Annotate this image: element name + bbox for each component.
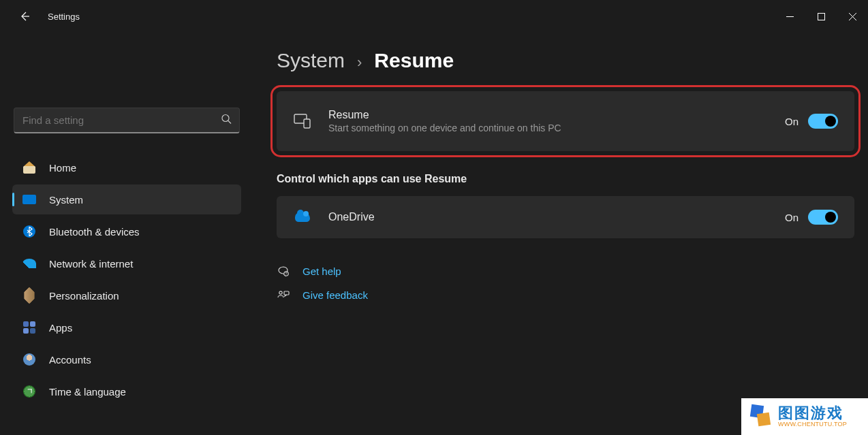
arrow-left-icon	[19, 11, 30, 22]
onedrive-toggle[interactable]	[808, 210, 838, 225]
search-wrap	[14, 108, 240, 133]
titlebar: Settings	[0, 0, 868, 33]
main-content: System › Resume Resume Start something o…	[277, 49, 854, 313]
brush-icon	[22, 288, 37, 303]
help-icon: ?	[277, 266, 290, 277]
home-icon	[22, 160, 37, 175]
svg-rect-0	[818, 13, 824, 20]
sidebar-item-label: Network & internet	[49, 258, 133, 270]
apps-icon	[22, 320, 37, 335]
resume-subtitle: Start something on one device and contin…	[328, 123, 785, 133]
onedrive-icon	[293, 212, 312, 222]
search-input[interactable]	[14, 108, 240, 133]
sidebar-item-label: Time & language	[49, 386, 126, 398]
close-icon	[849, 13, 856, 20]
nav-list: Home System Bluetooth & devices Network …	[8, 152, 245, 406]
sidebar-item-accounts[interactable]: Accounts	[12, 344, 241, 374]
get-help-link[interactable]: Get help	[303, 265, 341, 277]
globe-clock-icon	[22, 384, 37, 399]
svg-rect-3	[304, 119, 310, 128]
resume-toggle[interactable]	[808, 114, 838, 129]
sidebar-item-label: Bluetooth & devices	[49, 226, 140, 238]
onedrive-toggle-label: On	[785, 212, 799, 223]
resume-toggle-label: On	[785, 116, 799, 127]
system-icon	[22, 192, 37, 207]
svg-text:?: ?	[285, 272, 288, 276]
sidebar: Home System Bluetooth & devices Network …	[0, 33, 253, 408]
maximize-button[interactable]	[805, 5, 837, 27]
watermark-logo-icon	[747, 404, 773, 430]
breadcrumb: System › Resume	[277, 49, 854, 72]
svg-rect-7	[284, 291, 289, 295]
watermark-url: WWW.CHENTUTU.TOP	[778, 421, 847, 428]
person-icon	[22, 352, 37, 367]
footer-links: ? Get help Give feedback	[277, 265, 854, 301]
sidebar-item-apps[interactable]: Apps	[12, 312, 241, 342]
watermark-cn: 图图游戏	[778, 405, 847, 421]
devices-icon	[293, 114, 312, 129]
resume-setting-card: Resume Start something on one device and…	[277, 91, 854, 151]
close-button[interactable]	[837, 5, 868, 27]
chevron-right-icon: ›	[357, 54, 362, 71]
breadcrumb-parent[interactable]: System	[277, 49, 345, 72]
apps-section-heading: Control which apps can use Resume	[277, 173, 854, 185]
give-feedback-link[interactable]: Give feedback	[303, 289, 368, 301]
back-button[interactable]	[14, 5, 35, 27]
page-title: Resume	[374, 49, 454, 72]
app-title: Settings	[48, 12, 80, 22]
sidebar-item-label: Personalization	[49, 290, 119, 302]
svg-point-1	[222, 115, 229, 122]
window-controls	[774, 5, 868, 27]
app-name: OneDrive	[328, 211, 785, 223]
sidebar-item-bluetooth[interactable]: Bluetooth & devices	[12, 216, 241, 246]
feedback-icon	[277, 290, 290, 301]
minimize-icon	[786, 13, 794, 20]
sidebar-item-system[interactable]: System	[12, 184, 241, 214]
sidebar-item-label: Home	[49, 162, 76, 174]
watermark: 图图游戏 WWW.CHENTUTU.TOP	[741, 398, 868, 435]
resume-title: Resume	[328, 109, 785, 121]
sidebar-item-label: System	[49, 194, 83, 206]
sidebar-item-label: Apps	[49, 322, 72, 334]
search-icon	[221, 114, 232, 127]
svg-point-6	[279, 291, 282, 293]
minimize-button[interactable]	[774, 5, 805, 27]
onedrive-app-card: OneDrive On	[277, 196, 854, 238]
sidebar-item-home[interactable]: Home	[12, 152, 241, 182]
sidebar-item-label: Accounts	[49, 354, 91, 366]
wifi-icon	[22, 256, 37, 271]
sidebar-item-network[interactable]: Network & internet	[12, 248, 241, 278]
maximize-icon	[818, 13, 825, 20]
bluetooth-icon	[22, 224, 37, 239]
sidebar-item-personalization[interactable]: Personalization	[12, 280, 241, 310]
sidebar-item-time-language[interactable]: Time & language	[12, 376, 241, 406]
